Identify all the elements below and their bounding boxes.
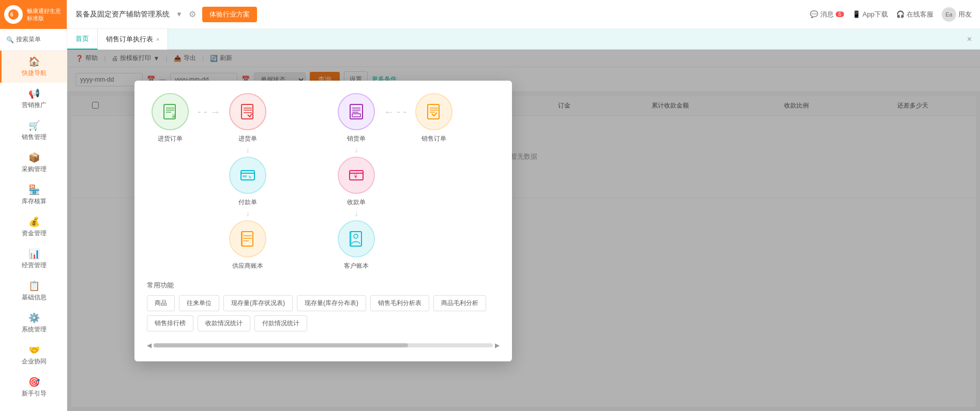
btn-product-profit-analysis[interactable]: 商品毛利分析 [433,295,486,311]
settings-icon[interactable]: ⚙ [189,9,196,19]
sidebar-item-collab[interactable]: 🤝 企业协同 [0,339,67,371]
wf-node-sales-bill[interactable]: 销货单 [338,93,375,143]
wf-circle-supplier-ledger [229,220,266,257]
message-badge: 6 [836,11,844,17]
wf-node-receipt[interactable]: ¥ 收款单 [338,157,375,207]
svg-text:¥: ¥ [354,174,357,179]
arrow-down-1: ↓ [246,145,250,155]
logo-icon: 6 [4,5,23,24]
sidebar-item-marketing[interactable]: 📢 营销推广 [0,83,67,115]
sidebar: 6 畅康通好生意 标准版 🔍 搜索菜单 🏠 快捷导航 📢 营销推广 [0,0,67,411]
workflow-arrows-v1: ↓ ↓ [147,145,500,155]
user-menu[interactable]: Ea 用友 [942,7,972,22]
common-functions-title: 常用功能 [147,281,500,290]
wf-circle-sales-order [415,93,453,130]
experience-button[interactable]: 体验行业方案 [202,7,257,22]
svg-rect-20 [243,175,247,177]
workflow-row2: ¥ 付款单 ¥ 收款单 [147,157,500,207]
scroll-right-arrow[interactable]: ▶ [495,342,500,349]
sidebar-item-operation[interactable]: 📊 经营管理 [0,243,67,275]
arrow-down-3: ↓ [246,209,250,218]
wf-label-sales-bill: 销货单 [347,134,366,143]
guide-icon: 🎯 [28,376,40,388]
sidebar-item-sales[interactable]: 🛒 销售管理 [0,115,67,147]
wf-label-supplier-ledger: 供应商账本 [232,262,263,270]
wf-label-customer-ledger: 客户账本 [344,262,369,270]
workflow-row1: 进货订单 - - → 进货单 [147,93,500,143]
home-icon: 🏠 [28,56,40,67]
btn-sales-profit-analysis[interactable]: 销售毛利分析表 [370,295,429,311]
workflow-row3: 供应商账本 客户账本 [147,220,500,270]
avatar: Ea [942,7,956,22]
sidebar-item-basic[interactable]: 📋 基础信息 [0,275,67,307]
content-area: ❓ 帮助 | 🖨 按模板打印 ▼ | 📤 导出 | 🔄 刷新 [67,50,980,411]
inventory-icon: 🏪 [28,184,40,195]
download-icon: 📱 [852,10,861,18]
wf-circle-purchase-bill [229,93,266,130]
svg-rect-25 [242,232,253,246]
wf-label-sales-order: 销售订单 [421,134,446,143]
wf-label-purchase-bill: 进货单 [238,134,257,143]
sidebar-item-inventory[interactable]: 🏪 库存核算 [0,179,67,211]
sales-icon: 🛒 [28,120,40,131]
search-menu-area: 🔍 搜索菜单 [0,29,67,51]
svg-text:6: 6 [10,12,13,18]
sidebar-item-finance[interactable]: 💰 资金管理 [0,211,67,243]
wf-node-sales-order[interactable]: 销售订单 [415,93,453,143]
wf-node-purchase-bill[interactable]: 进货单 [229,93,266,143]
operation-icon: 📊 [28,248,40,260]
btn-product[interactable]: 商品 [147,295,175,311]
tab-close-icon[interactable]: × [156,36,159,42]
scroll-track[interactable] [154,343,493,347]
modal-scrollbar: ◀ ▶ [147,342,500,349]
svg-point-31 [354,234,358,238]
collab-icon: 🤝 [28,344,40,356]
workflow-arrows-v2: ↓ ↓ [147,209,500,218]
wf-circle-customer-ledger [338,220,375,257]
wf-node-payment[interactable]: ¥ 付款单 [229,157,266,207]
arrow-2: ← - - [384,106,406,130]
scroll-left-arrow[interactable]: ◀ [147,342,152,349]
basic-icon: 📋 [28,280,40,292]
modal-overlay[interactable]: 进货订单 - - → 进货单 [67,50,980,411]
scroll-thumb [154,343,408,347]
sidebar-item-guide[interactable]: 🎯 新手引导 [0,371,67,403]
dropdown-arrow-icon[interactable]: ▼ [176,10,183,18]
online-service-button[interactable]: 🎧 在线客服 [896,10,933,19]
message-button[interactable]: 💬 消息 6 [810,10,844,19]
sidebar-item-purchase[interactable]: 📦 采购管理 [0,147,67,179]
wf-node-purchase-order[interactable]: 进货订单 [152,93,189,143]
btn-payment-stats[interactable]: 付款情况统计 [254,315,307,331]
sidebar-item-quick[interactable]: 🏠 快捷导航 [0,51,67,83]
wf-node-customer-ledger[interactable]: 客户账本 [338,220,375,270]
svg-rect-32 [350,232,352,246]
tab-home[interactable]: 首页 [67,29,98,50]
tab-sales-order[interactable]: 销售订单执行表 × [98,29,168,50]
main-area: 装备及固定资产辅助管理系统 ▼ ⚙ 体验行业方案 💬 消息 6 📱 App下载 … [67,0,980,411]
btn-counterparty[interactable]: 往来单位 [179,295,219,311]
top-header: 装备及固定资产辅助管理系统 ▼ ⚙ 体验行业方案 💬 消息 6 📱 App下载 … [67,0,980,29]
svg-rect-13 [352,114,360,117]
wf-label-purchase-order: 进货订单 [158,134,183,143]
close-all-tabs-button[interactable]: × [959,35,980,44]
common-buttons-row2: 销售排行榜 收款情况统计 付款情况统计 [147,315,500,331]
btn-receipt-stats[interactable]: 收款情况统计 [198,315,250,331]
search-menu-button[interactable]: 🔍 搜索菜单 [4,33,63,46]
app-download-button[interactable]: 📱 App下载 [852,10,888,19]
common-functions-section: 常用功能 商品 往来单位 现存量(库存状况表) 现存量(库存分布表) 销售毛利分… [147,281,500,331]
svg-text:¥: ¥ [248,175,251,179]
svg-point-0 [8,9,19,20]
logo-text: 畅康通好生意 标准版 [27,7,61,22]
btn-sales-ranking[interactable]: 销售排行榜 [147,315,193,331]
btn-inventory-distribution[interactable]: 现存量(库存分布表) [297,295,366,311]
marketing-icon: 📢 [28,88,40,99]
wf-label-receipt: 收款单 [347,198,366,207]
svg-rect-14 [428,104,439,119]
sidebar-item-system[interactable]: ⚙️ 系统管理 [0,307,67,339]
svg-rect-6 [242,104,253,119]
btn-inventory-status[interactable]: 现存量(库存状况表) [223,295,293,311]
search-icon: 🔍 [6,36,14,43]
wf-node-supplier-ledger[interactable]: 供应商账本 [229,220,266,270]
common-buttons-row1: 商品 往来单位 现存量(库存状况表) 现存量(库存分布表) 销售毛利分析表 商品… [147,295,500,311]
message-icon: 💬 [810,10,818,18]
